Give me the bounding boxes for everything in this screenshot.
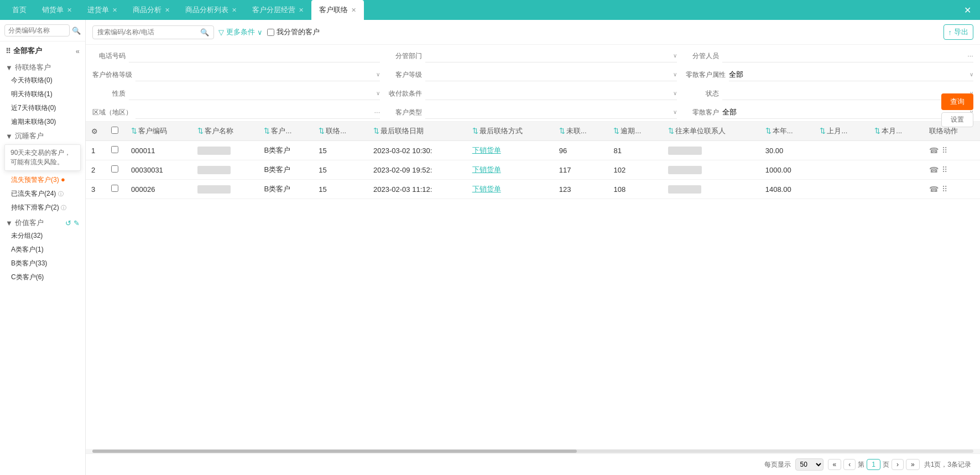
sidebar-item-declining[interactable]: 持续下滑客户(2) ⓘ xyxy=(0,201,85,215)
sidebar-item-b-class[interactable]: B类客户(33) xyxy=(0,257,85,270)
sidebar-item-churned[interactable]: 已流失客户(24) ⓘ xyxy=(0,187,85,201)
prev-page-btn[interactable]: ‹ xyxy=(843,459,856,470)
filter-person-input[interactable]: ··· xyxy=(722,49,973,62)
sort-overdue-icon[interactable]: ⇅ xyxy=(613,127,619,135)
scrollbar-track[interactable] xyxy=(92,450,973,453)
sidebar-search-input[interactable] xyxy=(4,24,70,36)
more-actions-icon[interactable]: ⠿ xyxy=(942,146,947,155)
filter-customer-type-select[interactable]: ∨ xyxy=(425,106,676,119)
cell-last-way[interactable]: 下销货单 xyxy=(467,141,554,160)
sort-name-icon[interactable]: ⇅ xyxy=(197,127,204,135)
tab-customer-layer[interactable]: 客户分层经营 ✕ xyxy=(244,0,311,20)
row-checkbox[interactable] xyxy=(111,146,118,153)
sort-contact-icon[interactable]: ⇅ xyxy=(319,127,325,135)
tab-sales[interactable]: 销货单 ✕ xyxy=(34,0,80,20)
sidebar-item-today[interactable]: 今天待联络(0) xyxy=(0,74,85,87)
sort-nocontact-icon[interactable]: ⇅ xyxy=(559,127,565,135)
table-row: 1 000011 ██████ B类客户 15 2023-03-02 10:30… xyxy=(86,141,980,160)
sidebar-item-c-class[interactable]: C类客户(6) xyxy=(0,270,85,284)
more-region-icon[interactable]: ··· xyxy=(374,108,380,116)
last-page-btn[interactable]: » xyxy=(906,459,920,470)
per-page-select[interactable]: 50 100 xyxy=(795,458,823,471)
sidebar-item-a-class[interactable]: A类客户(1) xyxy=(0,243,85,257)
tab-customer-layer-close[interactable]: ✕ xyxy=(299,7,304,14)
sort-person-icon[interactable]: ⇅ xyxy=(668,127,674,135)
select-all-checkbox[interactable] xyxy=(111,127,118,134)
th-last-month: ⇅上月... xyxy=(814,122,869,141)
query-button[interactable]: 查询 xyxy=(941,93,973,110)
sort-lastmonth-icon[interactable]: ⇅ xyxy=(820,127,826,135)
tab-analysis[interactable]: 商品分析 ✕ xyxy=(125,0,178,20)
sidebar-item-7days[interactable]: 近7天待联络(0) xyxy=(0,101,85,115)
sidebar-item-churn-warning[interactable]: 流失预警客户(3) ● xyxy=(0,173,85,187)
sort-way-icon[interactable]: ⇅ xyxy=(472,127,478,135)
last-way-link[interactable]: 下销货单 xyxy=(472,165,501,174)
tab-customer-contact[interactable]: 客户联络 ✕ xyxy=(311,0,364,20)
sort-code-icon[interactable]: ⇅ xyxy=(131,127,137,135)
search-input[interactable] xyxy=(97,28,198,36)
contact-icon[interactable]: ☎ xyxy=(929,165,939,174)
cell-check[interactable] xyxy=(106,160,126,180)
first-page-btn[interactable]: « xyxy=(828,459,842,470)
filter-status-select[interactable]: ∨ xyxy=(722,87,973,100)
tab-purchase-close[interactable]: ✕ xyxy=(112,7,117,14)
sidebar-all-customers[interactable]: ⠿ 全部客户 « xyxy=(0,41,85,60)
sort-thismonth-icon[interactable]: ⇅ xyxy=(874,127,880,135)
search-submit-icon[interactable]: 🔍 xyxy=(200,28,209,36)
sidebar-item-overdue[interactable]: 逾期未联络(30) xyxy=(0,115,85,129)
last-way-link[interactable]: 下销货单 xyxy=(472,146,501,154)
filter-region: 区域（地区） ··· xyxy=(92,106,380,119)
sidebar-group-dormant[interactable]: ▼ 沉睡客户 xyxy=(0,129,85,142)
row-checkbox[interactable] xyxy=(111,185,118,192)
filter-customer-level-select[interactable]: ∨ xyxy=(425,68,676,81)
tab-analysis-close[interactable]: ✕ xyxy=(165,7,170,14)
export-button[interactable]: ↑ 导出 xyxy=(943,24,974,40)
more-icon[interactable]: ··· xyxy=(967,51,973,60)
sidebar-item-tomorrow[interactable]: 明天待联络(1) xyxy=(0,87,85,101)
more-conditions-btn[interactable]: ▽ 更多条件 ∨ xyxy=(218,27,263,37)
gear-icon[interactable]: ⚙ xyxy=(91,127,98,135)
tab-sales-close[interactable]: ✕ xyxy=(67,7,72,14)
tab-analysis-list-close[interactable]: ✕ xyxy=(232,7,237,14)
close-all-button[interactable]: ✕ xyxy=(960,5,976,15)
next-page-btn[interactable]: › xyxy=(892,459,904,470)
filter-bar: 🔍 ▽ 更多条件 ∨ 我分管的客户 ↑ 导出 xyxy=(86,20,980,45)
settings-button[interactable]: 设置 xyxy=(941,112,973,127)
horizontal-scrollbar[interactable] xyxy=(86,449,980,453)
cell-type: B类客户 xyxy=(258,141,313,160)
filter-payment-select[interactable]: ∨ xyxy=(425,87,676,100)
tab-home[interactable]: 首页 xyxy=(4,0,34,20)
filter-nature-select[interactable]: ∨ xyxy=(129,87,380,100)
edit-icon[interactable]: ✎ xyxy=(74,219,80,227)
filter-retail-attr-select[interactable]: 全部 ∨ xyxy=(729,68,973,81)
more-actions-icon[interactable]: ⠿ xyxy=(942,165,947,174)
filter-dept-select[interactable]: ∨ xyxy=(425,49,676,62)
refresh-icon[interactable]: ↺ xyxy=(65,219,71,227)
my-customers-checkbox-label[interactable]: 我分管的客户 xyxy=(267,27,320,37)
my-customers-checkbox[interactable] xyxy=(267,29,274,36)
cell-last-way[interactable]: 下销货单 xyxy=(467,180,554,199)
filter-phone-input[interactable] xyxy=(129,49,380,62)
cell-person: ██ ██... xyxy=(663,180,759,199)
tab-customer-contact-close[interactable]: ✕ xyxy=(351,7,356,14)
scrollbar-thumb[interactable] xyxy=(92,450,577,453)
cell-check[interactable] xyxy=(106,141,126,160)
cell-check[interactable] xyxy=(106,180,126,199)
row-checkbox[interactable] xyxy=(111,165,118,173)
sort-type-icon[interactable]: ⇅ xyxy=(264,127,270,135)
cell-last-way[interactable]: 下销货单 xyxy=(467,160,554,180)
tab-analysis-list[interactable]: 商品分析列表 ✕ xyxy=(178,0,244,20)
contact-icon[interactable]: ☎ xyxy=(929,146,939,155)
sidebar-group-pending[interactable]: ▼ 待联络客户 xyxy=(0,60,85,74)
filter-price-level-select[interactable]: ∨ xyxy=(135,68,380,81)
contact-icon[interactable]: ☎ xyxy=(929,185,939,194)
more-actions-icon[interactable]: ⠿ xyxy=(942,185,947,194)
sort-date-icon[interactable]: ⇅ xyxy=(373,127,379,135)
sidebar-item-ungroup[interactable]: 未分组(32) xyxy=(0,229,85,243)
tab-purchase[interactable]: 进货单 ✕ xyxy=(80,0,125,20)
last-way-link[interactable]: 下销货单 xyxy=(472,185,501,193)
filter-region-select[interactable]: ··· xyxy=(135,106,380,119)
sort-year-icon[interactable]: ⇅ xyxy=(765,127,772,135)
filter-retail-select[interactable]: 全部 ∨ xyxy=(722,106,973,119)
collapse-icon[interactable]: « xyxy=(76,47,80,55)
